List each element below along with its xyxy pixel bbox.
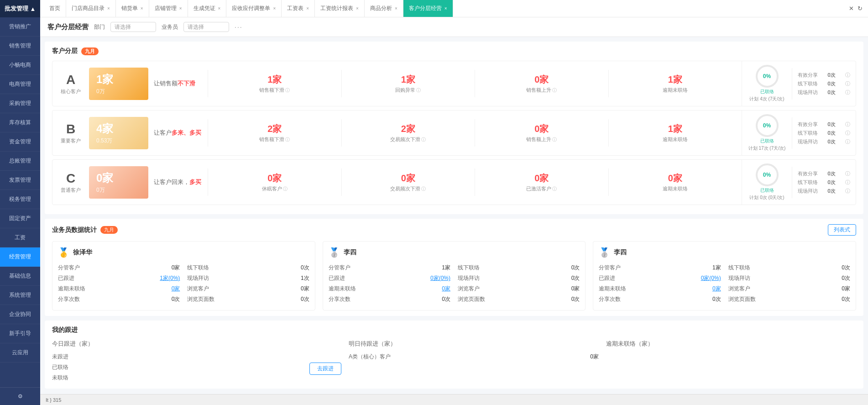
sidebar-settings[interactable]: ⚙ xyxy=(0,387,40,405)
info-icon[interactable]: ⓘ xyxy=(552,186,557,192)
staff-stat-value: 0家 xyxy=(172,264,180,272)
tab-工资表[interactable]: 工资表× xyxy=(282,0,315,17)
staff-stat-value[interactable]: 0家 xyxy=(442,285,450,293)
tab-close-icon[interactable]: × xyxy=(395,6,397,11)
tab-close-icon[interactable]: × xyxy=(444,6,447,11)
sidebar-item-固定资产[interactable]: 固定资产 xyxy=(0,209,40,228)
info-icon[interactable]: ⓘ xyxy=(845,89,850,96)
sidebar-item-资金管理[interactable]: 资金管理 xyxy=(0,132,40,152)
dept-label: 部门 xyxy=(94,23,105,31)
tab-close-icon[interactable]: × xyxy=(356,6,359,11)
sidebar-title: 批发管理 xyxy=(5,5,28,13)
list-view-button[interactable]: 列表式 xyxy=(828,224,856,236)
info-icon[interactable]: ⓘ xyxy=(421,137,426,143)
info-icon[interactable]: ⓘ xyxy=(845,188,850,195)
staff-name: 徐泽华 xyxy=(73,248,92,257)
overdue-col-title: 逾期未联络（家） xyxy=(606,340,856,348)
staff-label: 业务员 xyxy=(162,23,178,31)
staff-stat-value: 0次 xyxy=(301,295,309,303)
tier-b-stat1: 2家 销售额下滑 ⓘ xyxy=(208,119,341,147)
staff-card-1: 🥈李四分管客户1家已跟进0家(0%)逾期未联络0家分享次数0次线下联络0次现场拜… xyxy=(323,241,586,310)
staff-month-badge: 九月 xyxy=(100,226,118,234)
staff-stat-row: 浏览客户0家 xyxy=(458,284,580,294)
tab-生成凭证[interactable]: 生成凭证× xyxy=(188,0,227,17)
staff-card-0: 🥇徐泽华分管客户0家已跟进1家(0%)逾期未联络0家分享次数0次线下联络0次现场… xyxy=(52,241,315,310)
staff-stat-value[interactable]: 0家(0%) xyxy=(701,274,721,282)
dept-select[interactable]: 请选择 xyxy=(110,22,156,32)
sidebar-item-采购管理[interactable]: 采购管理 xyxy=(0,94,40,113)
close-all-icon[interactable]: ✕ xyxy=(849,5,854,12)
sidebar-item-新手引导[interactable]: 新手引导 xyxy=(0,324,40,343)
tab-客户分层经营[interactable]: 客户分层经营× xyxy=(403,0,453,17)
tab-bar-actions: ✕ ↻ xyxy=(849,5,864,12)
sidebar-item-小畅电商[interactable]: 小畅电商 xyxy=(0,56,40,75)
staff-stat-row: 分享次数0次 xyxy=(599,294,721,305)
info-icon[interactable]: ⓘ xyxy=(845,179,850,186)
staff-stat-value: 0次 xyxy=(442,295,450,303)
sidebar-item-基础信息[interactable]: 基础信息 xyxy=(0,267,40,286)
info-icon[interactable]: ⓘ xyxy=(552,137,557,143)
info-icon[interactable]: ⓘ xyxy=(845,121,850,128)
info-icon[interactable]: ⓘ xyxy=(421,186,426,192)
page-title: 客户分层经营 xyxy=(47,23,89,32)
sidebar-item-总账管理[interactable]: 总账管理 xyxy=(0,152,40,171)
info-icon[interactable]: ⓘ xyxy=(845,138,850,145)
staff-stat-row: 现场拜访0次 xyxy=(728,273,850,284)
staff-stat-row: 逾期未联络0家 xyxy=(599,284,721,294)
tab-close-icon[interactable]: × xyxy=(179,6,182,11)
tab-工资统计报表[interactable]: 工资统计报表× xyxy=(315,0,365,17)
info-icon[interactable]: ⓘ xyxy=(552,87,557,94)
staff-stat-value[interactable]: 0家(0%) xyxy=(430,274,450,282)
info-icon[interactable]: ⓘ xyxy=(416,87,421,94)
staff-stat-value: 0次 xyxy=(571,295,580,303)
tab-close-icon[interactable]: × xyxy=(273,6,276,11)
tab-close-icon[interactable]: × xyxy=(107,6,110,11)
sidebar-item-销售管理[interactable]: 销售管理 xyxy=(0,37,40,56)
sidebar-item-发票管理[interactable]: 发票管理 xyxy=(0,171,40,190)
sidebar-item-系统管理[interactable]: 系统管理 xyxy=(0,286,40,305)
staff-stat-row: 浏览页面数0次 xyxy=(187,294,309,305)
info-icon[interactable]: ⓘ xyxy=(845,130,850,137)
refresh-icon[interactable]: ↻ xyxy=(858,5,863,12)
page-header: 客户分层经营 部门 请选择 业务员 请选择 ··· xyxy=(40,17,868,37)
sidebar-item-电商管理[interactable]: 电商管理 xyxy=(0,75,40,94)
chevron-up-icon: ▲ xyxy=(30,5,36,12)
staff-stat-value[interactable]: 1家(0%) xyxy=(160,274,180,282)
staff-stat-value[interactable]: 0家 xyxy=(172,285,180,293)
staff-stat-row: 逾期未联络0家 xyxy=(329,284,450,294)
tab-商品分析[interactable]: 商品分析× xyxy=(365,0,403,17)
info-icon[interactable]: ⓘ xyxy=(285,137,290,143)
info-icon[interactable]: ⓘ xyxy=(285,87,290,94)
tab-店铺管理[interactable]: 店铺管理× xyxy=(149,0,188,17)
overdue-followup-col: 逾期未联络（家） xyxy=(606,340,856,352)
tier-a-label: A 核心客户 xyxy=(52,67,89,100)
tab-close-icon[interactable]: × xyxy=(218,6,221,11)
sidebar-item-税务管理[interactable]: 税务管理 xyxy=(0,190,40,209)
more-filter[interactable]: ··· xyxy=(235,23,243,31)
tab-门店商品目录[interactable]: 门店商品目录× xyxy=(66,0,116,17)
tier-b-action: 让客户多来、多买 xyxy=(148,129,208,137)
staff-select[interactable]: 请选择 xyxy=(183,22,229,32)
go-followup-button[interactable]: 去跟进 xyxy=(309,363,341,375)
sidebar-item-工资[interactable]: 工资 xyxy=(0,228,40,247)
sidebar-item-营销推广[interactable]: 营销推广 xyxy=(0,17,40,37)
staff-stat-value[interactable]: 0家 xyxy=(712,285,721,293)
tab-应收应付调整单[interactable]: 应收应付调整单× xyxy=(226,0,282,17)
tier-b-label: B 重要客户 xyxy=(52,116,89,150)
tier-c-stat4: 0家 逾期未联络 xyxy=(608,168,742,196)
sidebar-item-云应用[interactable]: 云应用 xyxy=(0,343,40,363)
sidebar-item-经营管理[interactable]: 经营管理 xyxy=(0,247,40,267)
tab-首页[interactable]: 首页 xyxy=(44,0,66,17)
sidebar-top[interactable]: 批发管理 ▲ xyxy=(0,0,40,17)
tier-b-stat3: 0家 销售额上升 ⓘ xyxy=(475,119,608,147)
info-icon[interactable]: ⓘ xyxy=(845,170,850,177)
sidebar-item-库存核算[interactable]: 库存核算 xyxy=(0,113,40,132)
info-icon[interactable]: ⓘ xyxy=(845,80,850,87)
sidebar-item-企业协同[interactable]: 企业协同 xyxy=(0,305,40,324)
info-icon[interactable]: ⓘ xyxy=(845,72,850,79)
tab-close-icon[interactable]: × xyxy=(141,6,143,11)
tab-close-icon[interactable]: × xyxy=(306,6,309,11)
info-icon[interactable]: ⓘ xyxy=(283,186,288,192)
staff-stats-grid-2: 分管客户1家已跟进0家(0%)逾期未联络0家分享次数0次线下联络0次现场拜访0次… xyxy=(599,263,850,305)
tab-销货单[interactable]: 销货单× xyxy=(116,0,149,17)
